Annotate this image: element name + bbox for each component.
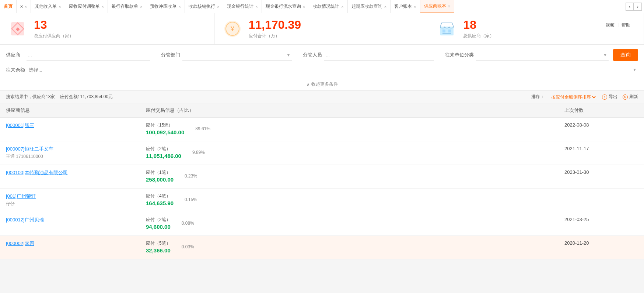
transaction-cell-2: 应付（2笔） 11,051,486.00 9.89% (146, 146, 564, 159)
nav-tab-ar-ap-adjust-close[interactable]: × (102, 4, 104, 9)
nav-tab-home[interactable]: 首页 (0, 0, 17, 13)
table-row: [000007]恒旺二手叉车 王通 17106110000 应付（2笔） 11,… (0, 141, 644, 165)
top-right-links: 视频 | 帮助 (600, 18, 636, 32)
transaction-amount-4: 164,635.90 (146, 200, 174, 206)
transaction-info-6: 应付（5笔） 32,366.00 (146, 240, 171, 254)
nav-tab-3[interactable]: 3 × (17, 0, 31, 13)
nav-tab-overdue-ar[interactable]: 超期应收款查询 × (348, 0, 391, 13)
transaction-label-3: 应付（1笔） (146, 169, 174, 176)
nav-tab-other-income-close[interactable]: × (59, 4, 61, 9)
nav-tab-cash-bank-flow-label: 现金银行流水查询 (266, 3, 301, 10)
supplier-name-1[interactable]: [000001]张三 (6, 122, 146, 129)
nav-tab-cash-bank-flow-close[interactable]: × (303, 4, 305, 9)
nav-tab-collection-stats[interactable]: 收款情况统计 × (309, 0, 347, 13)
collapse-up-icon: ∧ (307, 82, 310, 87)
filter-row-2: 往来余额 ▼ (6, 65, 638, 75)
supplier-filter-input[interactable] (27, 49, 150, 61)
balance-input[interactable] (27, 65, 631, 75)
video-link[interactable]: 视频 (606, 22, 615, 28)
export-icon: ↑ (602, 94, 607, 100)
table-row: [000012]广州贝瑞 应付（2笔） 94,600.00 0.08% 2021… (0, 212, 644, 236)
unit-type-dropdown[interactable]: ▼ (476, 50, 609, 61)
total-suppliers-info: 18 总供应商（家） (463, 18, 494, 39)
nav-tab-home-label: 首页 (4, 3, 13, 10)
unit-type-dropdown-arrow[interactable]: ▼ (602, 53, 609, 57)
nav-tab-cash-bank-stats-close[interactable]: × (255, 4, 258, 9)
table-header: 供应商信息 应付交易信息（占比） 上次付数 (0, 103, 644, 118)
nav-tab-overdue-ar-close[interactable]: × (384, 4, 386, 9)
transaction-label-1: 应付（15笔） (146, 122, 184, 128)
filter-dept: 分管部门 ▼ (161, 50, 292, 61)
total-suppliers-number: 18 (463, 18, 494, 31)
nav-prev-arrow[interactable]: ‹ (626, 3, 634, 11)
nav-tab-cash-bank-stats[interactable]: 现金银行统计 × (223, 0, 262, 13)
nav-tab-prepay-ar-close[interactable]: × (178, 4, 181, 9)
transaction-info-2: 应付（2笔） 11,051,486.00 (146, 146, 181, 159)
refresh-action[interactable]: ↻ 刷新 (623, 94, 638, 100)
nav-tab-collection-verify[interactable]: 收款核销执行 × (185, 0, 223, 13)
top-navigation: 首页 3 × 其他收入单 × 应收应付调整单 × 银行存取款单 × 预收冲应收单… (0, 0, 644, 13)
sort-select[interactable]: 按应付余额倒序排序 (550, 94, 597, 100)
total-suppliers-label: 总供应商（家） (463, 33, 494, 39)
supplier-name-6[interactable]: [000002]李四 (6, 240, 146, 247)
transaction-info-5: 应付（2笔） 94,600.00 (146, 217, 171, 230)
nav-tab-bank-deposit[interactable]: 银行存取款单 × (108, 0, 146, 13)
nav-tab-supplier-ledger[interactable]: 供应商账本 × (420, 0, 454, 13)
supplier-name-5[interactable]: [000012]广州贝瑞 (6, 217, 146, 223)
filter-section: 供应商 分管部门 ▼ 分管人员 往来单位分类 ▼ 查询 (0, 45, 644, 91)
export-label: 导出 (609, 94, 617, 100)
dept-dropdown-arrow[interactable]: ▼ (285, 53, 292, 57)
transaction-label-5: 应付（2笔） (146, 217, 171, 223)
col-supplier-header: 供应商信息 (6, 107, 146, 114)
supplier-name-2[interactable]: [000007]恒旺二手叉车 (6, 146, 146, 152)
transaction-pct-6: 0.03% (182, 244, 194, 249)
transaction-amount-6: 32,366.00 (146, 247, 171, 254)
help-link[interactable]: 帮助 (622, 22, 630, 28)
col-transaction-header: 应付交易信息（占比） (146, 107, 564, 114)
balance-dropdown[interactable]: ▼ (27, 65, 638, 75)
unit-type-input[interactable] (476, 50, 602, 60)
col-lastpay-header: 上次付数 (564, 107, 638, 114)
transaction-info-4: 应付（4笔） 164,635.90 (146, 193, 174, 206)
dept-input[interactable] (182, 50, 285, 60)
dept-dropdown[interactable]: ▼ (182, 50, 292, 61)
export-action[interactable]: ↑ 导出 (602, 94, 617, 100)
supplier-cell-3: [000100]本特勤油品有限公司 (6, 169, 146, 176)
nav-tab-cash-bank-flow[interactable]: 现金银行流水查询 × (262, 0, 309, 13)
balance-dropdown-arrow[interactable]: ▼ (631, 68, 638, 72)
nav-tab-3-close[interactable]: × (25, 4, 27, 9)
nav-tab-customer-ledger[interactable]: 客户账本 × (391, 0, 420, 13)
stat-card-ap-suppliers: ◆ 13 总应付供应商（家） (0, 13, 215, 44)
lastpay-cell-5: 2021-03-25 (564, 217, 638, 222)
nav-tab-bank-deposit-close[interactable]: × (140, 4, 142, 9)
nav-tab-customer-ledger-close[interactable]: × (414, 4, 416, 9)
nav-tab-supplier-ledger-label: 供应商账本 (424, 3, 446, 9)
nav-tab-supplier-ledger-close[interactable]: × (448, 4, 450, 8)
supplier-name-4[interactable]: [001]广州荣轩 (6, 193, 146, 200)
nav-tab-collection-stats-close[interactable]: × (341, 4, 343, 9)
transaction-label-6: 应付（5笔） (146, 240, 171, 247)
filter-unit-type: 往来单位分类 ▼ (445, 50, 609, 61)
lastpay-cell-1: 2022-08-08 (564, 122, 638, 128)
nav-tab-collection-verify-close[interactable]: × (217, 4, 219, 9)
nav-tab-bank-deposit-label: 银行存取款单 (112, 3, 138, 10)
transaction-amount-3: 258,000.00 (146, 176, 174, 183)
transaction-pct-1: 89.61% (195, 126, 210, 131)
person-filter-input[interactable] (324, 49, 434, 61)
supplier-name-3[interactable]: [000100]本特勤油品有限公司 (6, 169, 146, 176)
table-row: [000100]本特勤油品有限公司 应付（1笔） 258,000.00 0.23… (0, 165, 644, 189)
nav-tab-ar-ap-adjust[interactable]: 应收应付调整单 × (65, 0, 108, 13)
nav-tab-3-label: 3 (20, 4, 23, 9)
collapse-button[interactable]: ∧ 收起更多条件 (307, 81, 338, 87)
nav-tab-other-income[interactable]: 其他收入单 × (31, 0, 65, 13)
nav-next-arrow[interactable]: › (634, 3, 642, 11)
supplier-cell-2: [000007]恒旺二手叉车 王通 17106110000 (6, 146, 146, 160)
stat-card-ap-amount: ¥ 11,170.39 应付合计（万） (215, 13, 430, 44)
transaction-info-1: 应付（15笔） 100,092,540.00 (146, 122, 184, 135)
svg-text:¥: ¥ (230, 25, 235, 32)
query-button[interactable]: 查询 (613, 49, 638, 61)
filter-person: 分管人员 (303, 49, 434, 61)
nav-tab-customer-ledger-label: 客户账本 (394, 3, 412, 10)
transaction-amount-5: 94,600.00 (146, 224, 171, 230)
nav-tab-prepay-ar[interactable]: 预收冲应收单 × (146, 0, 185, 13)
